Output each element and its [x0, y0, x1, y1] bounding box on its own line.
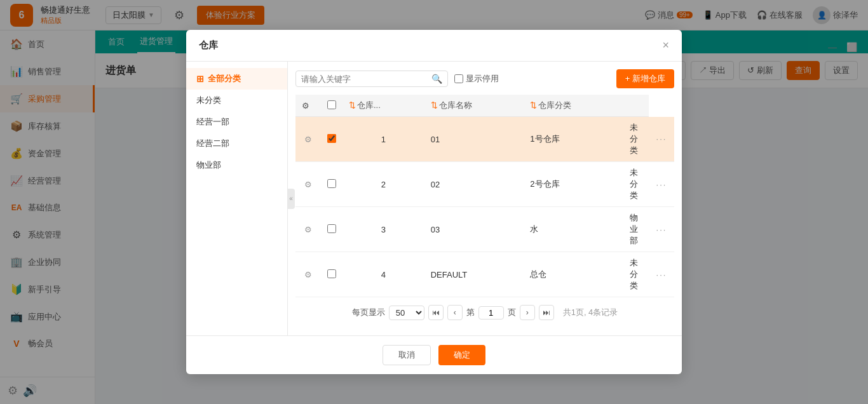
- row-code: 01: [424, 117, 524, 162]
- row-checkbox-cell: [321, 162, 342, 207]
- row-gear[interactable]: ⚙: [295, 162, 321, 207]
- row-actions[interactable]: ···: [649, 162, 674, 207]
- page-label: 第: [466, 307, 475, 318]
- category-property[interactable]: 物业部: [186, 154, 287, 176]
- row-gear[interactable]: ⚙: [295, 207, 321, 252]
- pagination: 每页显示 50 20 100 ⏮ ‹ 第 页 ›: [295, 297, 674, 328]
- row-code: 03: [424, 207, 524, 252]
- row-index: 4: [342, 252, 424, 297]
- col-gear-header: ⚙: [295, 95, 321, 117]
- row-index: 3: [342, 207, 424, 252]
- col-name-header: ⇅仓库名称: [424, 95, 524, 117]
- row-name: 总仓: [524, 252, 623, 297]
- row-checkbox-cell: [321, 252, 342, 297]
- modal-close-button[interactable]: ×: [662, 39, 669, 52]
- category-uncategorized[interactable]: 未分类: [186, 90, 287, 111]
- row-category: 未分类: [623, 252, 649, 297]
- col-code-header: ⇅仓库...: [342, 95, 424, 117]
- page-number-input[interactable]: [478, 306, 504, 320]
- select-all-checkbox[interactable]: [327, 100, 336, 109]
- modal-header: 仓库 ×: [186, 30, 682, 62]
- next-page-button[interactable]: ›: [520, 305, 535, 320]
- warehouse-table: ⚙ ⇅仓库... ⇅仓库名称 ⇅仓库分类 ⚙: [295, 95, 674, 297]
- confirm-button[interactable]: 确定: [438, 345, 485, 365]
- row-checkbox[interactable]: [327, 224, 336, 233]
- modal-footer: 取消 确定: [186, 335, 682, 374]
- row-index: 1: [342, 117, 424, 162]
- page-unit: 页: [508, 307, 516, 318]
- main-layout: 🏠 首页 📊 销售管理 🛒 采购管理 📦 库存核算 💰 资金管理 📈 经营管理 …: [0, 30, 868, 404]
- table-area: 🔍 显示停用 + 新增仓库 ⚙: [288, 62, 682, 335]
- row-category: 未分类: [623, 162, 649, 207]
- table-toolbar: 🔍 显示停用 + 新增仓库: [295, 69, 674, 88]
- col-check-header: [321, 95, 342, 117]
- modal-title: 仓库: [199, 39, 218, 51]
- category-dept1[interactable]: 经营一部: [186, 111, 287, 133]
- row-category: 物业部: [623, 207, 649, 252]
- table-row[interactable]: ⚙ 2 02 2号仓库 未分类 ···: [295, 162, 674, 207]
- main-content: 首页 进货管理 — ⬜ 进货单 🖨 打印 ↗ 导出 ↺ 刷新 查询 设置: [95, 30, 868, 404]
- row-index: 2: [342, 162, 424, 207]
- per-page-label: 每页显示: [352, 307, 385, 318]
- row-code: DEFAULT: [424, 252, 524, 297]
- modal-body: ⊞ 全部分类 未分类 经营一部 经营二部 物业部: [186, 62, 682, 335]
- search-box: 🔍: [295, 71, 448, 87]
- col-category-header: ⇅仓库分类: [524, 95, 623, 117]
- row-name: 2号仓库: [524, 162, 623, 207]
- category-all[interactable]: ⊞ 全部分类: [186, 68, 287, 90]
- table-row[interactable]: ⚙ 4 DEFAULT 总仓 未分类 ···: [295, 252, 674, 297]
- row-gear[interactable]: ⚙: [295, 117, 321, 162]
- table-row[interactable]: ⚙ 3 03 水 物业部 ···: [295, 207, 674, 252]
- modal-overlay: 仓库 × ⊞ 全部分类 未分类 经营一: [95, 30, 868, 404]
- first-page-button[interactable]: ⏮: [428, 305, 444, 320]
- col-actions-header: [623, 95, 649, 117]
- row-code: 02: [424, 162, 524, 207]
- row-name: 1号仓库: [524, 117, 623, 162]
- prev-page-button[interactable]: ‹: [447, 305, 463, 320]
- row-checkbox[interactable]: [327, 269, 336, 278]
- per-page-select[interactable]: 50 20 100: [389, 306, 424, 320]
- row-actions[interactable]: ···: [649, 252, 674, 297]
- cancel-button[interactable]: 取消: [383, 345, 431, 365]
- show-disabled-toggle[interactable]: 显示停用: [454, 73, 499, 84]
- add-warehouse-button[interactable]: + 新增仓库: [616, 69, 674, 88]
- row-actions[interactable]: ···: [649, 117, 674, 162]
- row-checkbox[interactable]: [327, 179, 336, 188]
- row-actions[interactable]: ···: [649, 207, 674, 252]
- grid-icon: ⊞: [196, 74, 204, 84]
- search-icon[interactable]: 🔍: [431, 74, 442, 84]
- table-row[interactable]: ⚙ 1 01 1号仓库 未分类 ···: [295, 117, 674, 162]
- warehouse-modal: 仓库 × ⊞ 全部分类 未分类 经营一: [186, 30, 682, 374]
- row-checkbox-cell: [321, 207, 342, 252]
- category-dept2[interactable]: 经营二部: [186, 133, 287, 154]
- row-name: 水: [524, 207, 623, 252]
- page-total-info: 共1页, 4条记录: [563, 307, 618, 318]
- last-page-button[interactable]: ⏭: [539, 305, 554, 320]
- search-input[interactable]: [301, 74, 428, 84]
- show-disabled-checkbox[interactable]: [454, 74, 463, 83]
- category-sidebar: ⊞ 全部分类 未分类 经营一部 经营二部 物业部: [186, 62, 288, 335]
- row-gear[interactable]: ⚙: [295, 252, 321, 297]
- row-checkbox[interactable]: [327, 134, 336, 143]
- row-category: 未分类: [623, 117, 649, 162]
- row-checkbox-cell: [321, 117, 342, 162]
- category-collapse-button[interactable]: «: [287, 189, 295, 209]
